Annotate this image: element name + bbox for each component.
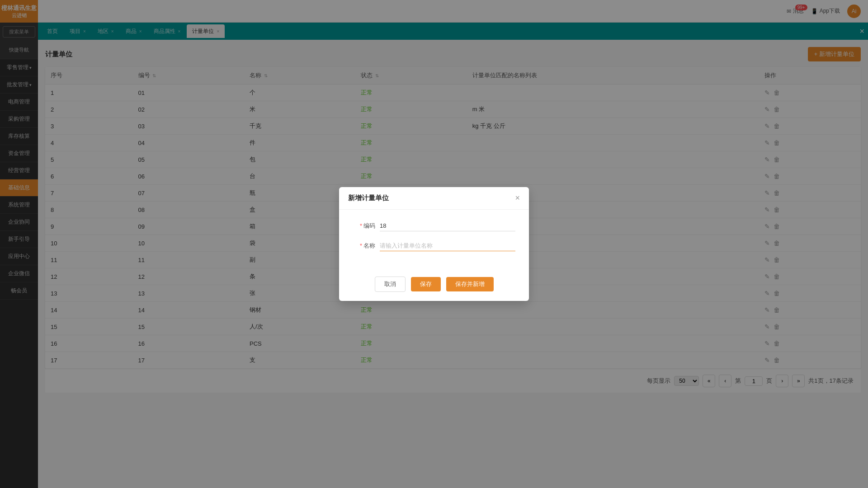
save-button[interactable]: 保存 <box>411 277 441 291</box>
add-unit-modal: 新增计量单位 × 编码 名称 取消 保存 保存并新增 <box>339 187 529 301</box>
modal-body: 编码 名称 <box>339 210 529 271</box>
name-form-row: 名称 <box>353 240 515 251</box>
save-and-new-button[interactable]: 保存并新增 <box>446 277 494 291</box>
modal-header: 新增计量单位 × <box>339 187 529 210</box>
modal-footer: 取消 保存 保存并新增 <box>339 271 529 301</box>
modal-close-button[interactable]: × <box>515 193 520 203</box>
modal-overlay[interactable]: 新增计量单位 × 编码 名称 取消 保存 保存并新增 <box>0 0 868 488</box>
modal-title: 新增计量单位 <box>348 194 389 202</box>
name-input[interactable] <box>380 240 515 251</box>
name-label: 名称 <box>353 242 375 250</box>
cancel-button[interactable]: 取消 <box>375 277 406 292</box>
code-form-row: 编码 <box>353 221 515 231</box>
code-input[interactable] <box>380 221 515 231</box>
code-label: 编码 <box>353 222 375 230</box>
